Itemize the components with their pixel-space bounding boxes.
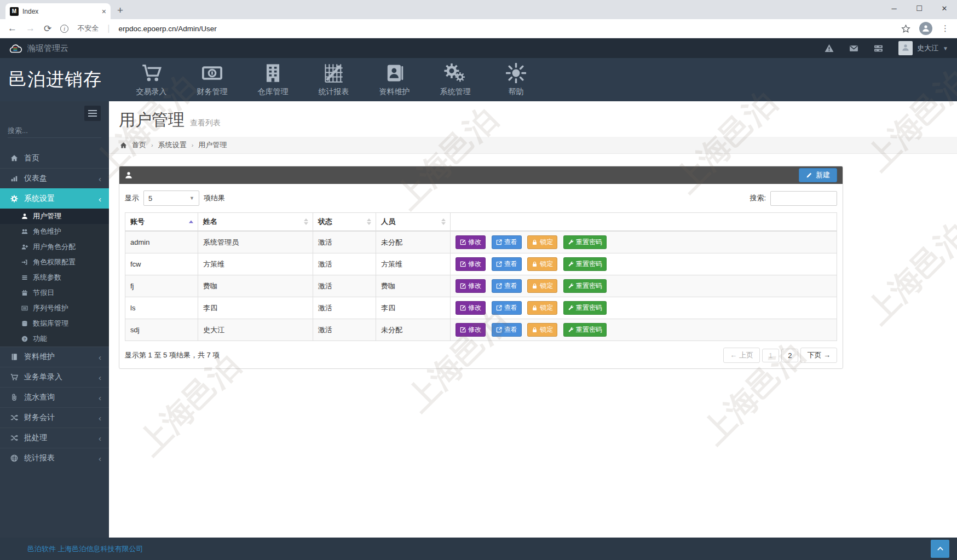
lock-icon — [532, 261, 538, 267]
sidebar-subitem-role-permission[interactable]: 角色权限配置 — [0, 255, 109, 270]
site-info-icon[interactable]: i — [60, 25, 68, 33]
top-menu-help[interactable]: 帮助 — [486, 58, 546, 101]
app-top-navbar: 瀚琚管理云 史大江 ▼ — [0, 38, 957, 58]
id-card-icon — [384, 63, 405, 83]
column-header-status[interactable]: 状态 — [313, 213, 376, 232]
cell-person: 未分配 — [376, 231, 451, 253]
edit-button[interactable]: 修改 — [456, 323, 486, 337]
browser-menu-icon[interactable]: ⋮ — [941, 24, 949, 33]
lock-button[interactable]: 锁定 — [527, 323, 557, 337]
list-alt-icon — [20, 305, 30, 311]
lock-button[interactable]: 锁定 — [527, 235, 557, 249]
book-icon — [9, 353, 20, 361]
pagination-next-button[interactable]: 下页 → — [800, 348, 837, 363]
browser-tab[interactable]: M Index × — [5, 3, 111, 19]
window-maximize-button[interactable]: ☐ — [907, 0, 932, 16]
view-button[interactable]: 查看 — [492, 235, 522, 249]
tab-favicon: M — [10, 7, 19, 16]
reset-password-button[interactable]: 重置密码 — [563, 279, 607, 293]
chevron-left-icon: ‹ — [99, 454, 101, 463]
cell-name: 方策维 — [198, 253, 313, 275]
top-menu-master-data[interactable]: 资料维护 — [364, 58, 425, 101]
lock-button[interactable]: 锁定 — [527, 301, 557, 315]
view-button[interactable]: 查看 — [492, 323, 522, 337]
reset-password-button[interactable]: 重置密码 — [563, 257, 607, 271]
pagination-prev-button[interactable]: ← 上页 — [723, 348, 760, 363]
sidebar-item-transaction-query[interactable]: 流水查询 ‹ — [0, 387, 109, 407]
sidebar-subitem-holidays[interactable]: 节假日 — [0, 285, 109, 301]
sidebar-item-system-settings[interactable]: 系统设置 ‹ — [0, 188, 109, 209]
tab-close-icon[interactable]: × — [102, 7, 106, 16]
sidebar-subitem-user-role-assign[interactable]: 用户角色分配 — [0, 239, 109, 255]
select-arrow-icon: ▼ — [189, 195, 194, 201]
pagination-page-1-button[interactable]: 1 — [762, 349, 779, 362]
sidebar-item-business-orders[interactable]: 业务单录入 ‹ — [0, 367, 109, 387]
edit-button[interactable]: 修改 — [456, 301, 486, 315]
tasks-icon[interactable] — [874, 44, 883, 53]
window-close-button[interactable]: ✕ — [932, 0, 957, 16]
gears-icon — [442, 63, 468, 83]
sidebar-item-master-data[interactable]: 资料维护 ‹ — [0, 347, 109, 367]
sidebar-search-input[interactable] — [8, 126, 104, 135]
back-to-top-button[interactable] — [931, 540, 949, 558]
new-tab-button[interactable]: + — [117, 4, 123, 16]
edit-button[interactable]: 修改 — [456, 279, 486, 293]
edit-button[interactable]: 修改 — [456, 235, 486, 249]
gift-icon — [20, 290, 30, 296]
table-search-input[interactable] — [770, 191, 837, 206]
page-size-select[interactable]: 5 ▼ — [143, 190, 199, 206]
sidebar-subitem-features[interactable]: 功能 — [0, 331, 109, 347]
window-minimize-button[interactable]: ─ — [881, 0, 907, 16]
sidebar-subitem-database[interactable]: 数据库管理 — [0, 316, 109, 331]
sidebar-item-financial-accounting[interactable]: 财务会计 ‹ — [0, 407, 109, 428]
browser-profile-avatar[interactable] — [919, 22, 932, 35]
lock-button[interactable]: 锁定 — [527, 279, 557, 293]
top-menu-reports[interactable]: 统计报表 — [303, 58, 364, 101]
address-bar[interactable]: erpdoc.epoerp.cn/Admin/User — [118, 25, 892, 33]
top-menu-transactions[interactable]: 交易录入 — [121, 58, 182, 101]
new-button[interactable]: 新建 — [799, 168, 837, 182]
breadcrumb-home[interactable]: 首页 — [132, 140, 146, 150]
column-header-name[interactable]: 姓名 — [198, 213, 313, 232]
forward-icon[interactable]: → — [26, 23, 35, 34]
app-logo[interactable]: 瀚琚管理云 — [9, 43, 68, 54]
sidebar-toggle-button[interactable] — [84, 106, 101, 121]
view-button[interactable]: 查看 — [492, 301, 522, 315]
alerts-icon[interactable] — [825, 44, 834, 53]
lock-button[interactable]: 锁定 — [527, 257, 557, 271]
breadcrumb-system-settings[interactable]: 系统设置 — [158, 140, 187, 150]
building-icon — [263, 63, 283, 83]
column-header-person[interactable]: 人员 — [376, 213, 451, 232]
reset-password-button[interactable]: 重置密码 — [563, 235, 607, 249]
view-button[interactable]: 查看 — [492, 257, 522, 271]
top-menu-system[interactable]: 系统管理 — [425, 58, 486, 101]
view-button[interactable]: 查看 — [492, 279, 522, 293]
sidebar-subitem-user-management[interactable]: 用户管理 — [0, 209, 109, 224]
cell-actions: 修改 查看 锁定 重置密码 — [451, 319, 837, 341]
back-icon[interactable]: ← — [8, 23, 17, 34]
top-menu-finance[interactable]: 财务管理 — [182, 58, 243, 101]
sidebar-item-statistics-reports[interactable]: 统计报表 ‹ — [0, 448, 109, 468]
footer-copyright-link[interactable]: 邑泊软件 上海邑泊信息科技有限公司 — [27, 544, 143, 554]
lock-icon — [532, 327, 538, 333]
tab-title: Index — [22, 8, 98, 15]
sidebar-item-home[interactable]: 首页 — [0, 148, 109, 168]
column-header-account[interactable]: 账号 — [125, 213, 198, 232]
user-menu[interactable]: 史大江 ▼ — [898, 41, 948, 55]
reload-icon[interactable]: ⟳ — [44, 23, 51, 34]
sidebar-subitem-role-maintenance[interactable]: 角色维护 — [0, 224, 109, 239]
messages-icon[interactable] — [849, 44, 858, 53]
edit-button[interactable]: 修改 — [456, 257, 486, 271]
sidebar-subitem-system-params[interactable]: 系统参数 — [0, 270, 109, 285]
bookmark-star-icon[interactable] — [901, 24, 910, 33]
sidebar-subitem-serial-number[interactable]: 序列号维护 — [0, 301, 109, 316]
reset-password-button[interactable]: 重置密码 — [563, 301, 607, 315]
top-menu-warehouse[interactable]: 仓库管理 — [243, 58, 303, 101]
sidebar-item-dashboard[interactable]: 仪表盘 ‹ — [0, 168, 109, 188]
chevron-left-icon: ‹ — [99, 174, 101, 183]
reset-password-button[interactable]: 重置密码 — [563, 323, 607, 337]
pagination-page-2-button[interactable]: 2 — [781, 349, 798, 362]
sidebar-item-batch-processing[interactable]: 批处理 ‹ — [0, 428, 109, 448]
page-subtitle: 查看列表 — [190, 118, 221, 128]
table-row: admin 系统管理员 激活 未分配 修改 查看 锁定 重置密码 — [125, 231, 837, 253]
